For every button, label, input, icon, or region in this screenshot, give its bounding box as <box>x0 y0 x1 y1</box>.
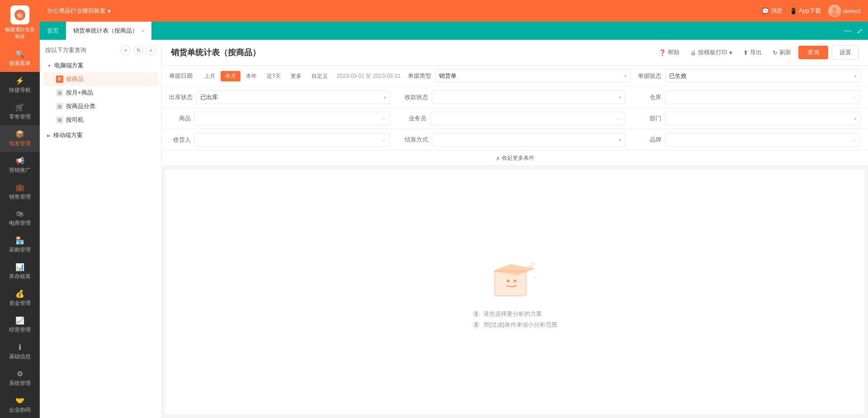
industry-select[interactable]: 办公用品行业模拟账套 ▾ <box>47 7 111 15</box>
top-header: 办公用品行业模拟账套 ▾ 💬 消息 📱 App下载 <box>40 0 868 22</box>
date-btn-this-month[interactable]: 本月 <box>221 71 241 81</box>
settlement-arrow-icon: ▾ <box>619 138 621 142</box>
warehouse-dots-icon: ··· <box>852 94 857 101</box>
header-right: 💬 消息 📱 App下载 demo2 <box>762 5 861 17</box>
left-panel-header: 按以下方案查询 + ↻ « <box>40 45 161 59</box>
industry-dropdown-icon: ▾ <box>108 8 111 14</box>
app-download-btn[interactable]: 📱 App下载 <box>790 7 821 15</box>
out-status-label: 出库状态 <box>169 93 196 101</box>
sidebar-item-inventory[interactable]: 📊 库存核算 <box>0 258 40 285</box>
tree-item-by-month-goods[interactable]: ⊞ 按月+商品 <box>43 86 158 100</box>
tab-home[interactable]: 首页 <box>40 22 66 40</box>
receiver-dots-icon: ··· <box>381 137 386 143</box>
page-header: 销货单统计表（按商品） ❓ 帮助 🖨 按模板打印 ▾ ⬆ 导出 <box>162 40 868 66</box>
filter-doc-type: 单据类型 销货单 ▾ <box>408 69 631 83</box>
minimize-btn[interactable]: — <box>842 25 853 37</box>
finance-icon: 💰 <box>15 290 24 298</box>
doc-type-select[interactable]: 销货单 ▾ <box>435 69 631 83</box>
filter-goods: 商品 ··· <box>162 108 397 129</box>
inventory-icon: 📊 <box>15 263 24 271</box>
out-status-select[interactable]: 已出库 ▾ <box>196 90 390 104</box>
refresh-btn[interactable]: ↻ 刷新 <box>769 47 795 58</box>
header-left: 办公用品行业模拟账套 ▾ <box>47 7 111 15</box>
sidebar-item-sales[interactable]: 💼 销售管理 <box>0 179 40 205</box>
refresh-icon: ↻ <box>773 49 778 56</box>
doc-status-label: 单据状态 <box>638 72 665 80</box>
avatar <box>828 5 841 17</box>
tree-item-icon-category: ⊞ <box>56 103 63 110</box>
date-btn-7days[interactable]: 近7天 <box>262 71 285 81</box>
sidebar-item-retail[interactable]: 🛒 零售管理 <box>0 99 40 125</box>
tree-group-mobile-header[interactable]: ▶ 移动端方案 <box>43 128 158 142</box>
tree-group-desktop: ▼ 电脑端方案 商 按商品 ⊞ 按月+商品 ⊞ <box>43 59 158 127</box>
svg-point-7 <box>507 280 509 282</box>
collapse-panel-btn[interactable]: « <box>146 45 156 55</box>
dept-select[interactable]: ▾ <box>665 112 861 125</box>
brand-select[interactable]: ··· <box>665 133 861 147</box>
sidebar-item-marketing[interactable]: 📢 营销推广 <box>0 152 40 179</box>
settlement-select[interactable]: ▾ <box>432 133 626 147</box>
receiver-label: 收货人 <box>169 136 194 144</box>
sidebar-item-purchase[interactable]: 🏪 采购管理 <box>0 232 40 258</box>
collapse-filters-btn[interactable]: ∧ 收起更多条件 <box>162 151 868 166</box>
purchase-icon: 🏪 <box>15 236 24 245</box>
tree-item-by-goods[interactable]: 商 按商品 <box>43 72 158 86</box>
date-btn-more[interactable]: 更多 <box>286 71 306 81</box>
add-scheme-btn[interactable]: + <box>121 45 131 55</box>
tab-close-icon[interactable]: × <box>142 28 144 33</box>
date-btn-last-month[interactable]: 上月 <box>200 71 220 81</box>
tree-item-icon-driver: ⊞ <box>56 116 63 124</box>
maximize-btn[interactable]: ⤢ <box>855 25 864 37</box>
svg-point-8 <box>514 280 516 282</box>
doc-type-arrow-icon: ▾ <box>624 74 627 79</box>
tree-item-by-driver[interactable]: ⊞ 按司机 <box>43 113 158 127</box>
filter-date: 单据日期 上月 本月 本年 近7天 更多 自定义 2023-03-01 至 20… <box>169 71 401 81</box>
sidebar-item-basic[interactable]: ℹ 基础信息 <box>0 338 40 365</box>
svg-text:畅: 畅 <box>17 12 23 19</box>
basic-icon: ℹ <box>19 343 21 352</box>
print-btn[interactable]: 🖨 按模板打印 ▾ <box>687 47 736 58</box>
brand-label: 品牌 <box>640 136 665 144</box>
date-btn-this-year[interactable]: 本年 <box>241 71 261 81</box>
receiver-select[interactable]: ··· <box>194 133 390 147</box>
sidebar-search[interactable]: 🔍 搜索菜单 <box>0 45 40 72</box>
industry-label: 办公用品行业模拟账套 <box>47 7 106 15</box>
help-btn[interactable]: ❓ 帮助 <box>655 47 683 58</box>
doc-status-select[interactable]: 已生效 ▾ <box>665 69 861 83</box>
doc-type-label: 单据类型 <box>408 72 435 80</box>
sidebar-item-enterprise[interactable]: 🤝 企业协同 <box>0 392 40 418</box>
goods-select[interactable]: ··· <box>194 112 390 125</box>
sidebar-item-wholesale[interactable]: 📦 批发管理 <box>0 125 40 152</box>
payment-status-select[interactable]: ▾ <box>432 90 626 104</box>
empty-state: 1 请先选择要分析的方案 2 用[过滤]条件来缩小分析范围 <box>165 170 864 414</box>
tree-subgroup-desktop: 商 按商品 ⊞ 按月+商品 ⊞ 按商品分类 ⊞ <box>43 72 158 127</box>
svg-point-9 <box>529 265 532 268</box>
sidebar-logo: 畅 畅捷通好生意 标版 <box>0 0 40 45</box>
tree-item-by-category[interactable]: ⊞ 按商品分类 <box>43 100 158 113</box>
page-title: 销货单统计表（按商品） <box>171 47 260 58</box>
sidebar-item-ecommerce[interactable]: 🛍 电商管理 <box>0 205 40 232</box>
tree-group-desktop-header[interactable]: ▼ 电脑端方案 <box>43 59 158 72</box>
query-button[interactable]: 查询 <box>798 46 828 59</box>
refresh-scheme-btn[interactable]: ↻ <box>133 45 143 55</box>
logo-icon: 畅 <box>10 5 29 24</box>
svg-point-4 <box>831 12 838 17</box>
sidebar-item-finance[interactable]: 💰 资金管理 <box>0 285 40 312</box>
sidebar-item-operation[interactable]: 📈 经营管理 <box>0 312 40 338</box>
sidebar-item-quick[interactable]: ⚡ 快捷导航 <box>0 72 40 99</box>
staff-select[interactable]: ··· <box>430 112 626 125</box>
messages-btn[interactable]: 💬 消息 <box>762 7 783 15</box>
user-profile-btn[interactable]: demo2 <box>828 5 861 17</box>
date-btn-custom[interactable]: 自定义 <box>307 71 332 81</box>
tab-active[interactable]: 销货单统计表（按商品） × <box>66 22 151 40</box>
message-icon: 💬 <box>762 8 769 14</box>
export-btn[interactable]: ⬆ 导出 <box>740 47 765 58</box>
settings-button[interactable]: 设置 <box>832 45 859 60</box>
sidebar-item-system[interactable]: ⚙ 系统管理 <box>0 365 40 392</box>
sales-icon: 💼 <box>15 183 24 192</box>
dept-arrow-icon: ▾ <box>854 116 857 121</box>
warehouse-select[interactable]: ··· <box>665 90 861 104</box>
download-icon: 📱 <box>790 8 797 14</box>
search-icon: 🔍 <box>15 50 24 58</box>
goods-dots-icon: ··· <box>381 115 386 122</box>
